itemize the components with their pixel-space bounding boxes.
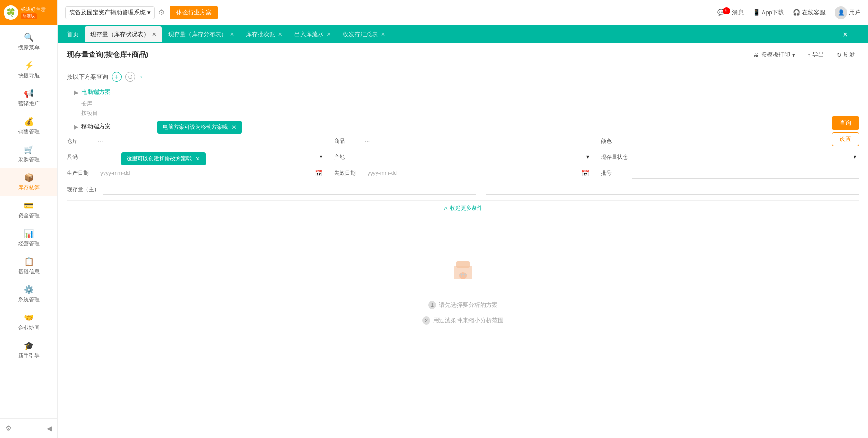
- sidebar-item-label: 营销推广: [18, 100, 40, 108]
- system-dropdown[interactable]: 装备及固定资产辅助管理系统 ▾: [65, 6, 155, 19]
- refresh-icon: ↻: [837, 52, 842, 58]
- sidebar-item-finance[interactable]: 💳 资金管理: [0, 196, 57, 224]
- close-tab-inventory-dist[interactable]: ✕: [230, 31, 234, 38]
- page-title: 现存量查询(按仓库+商品): [67, 50, 148, 60]
- svg-point-2: [459, 272, 467, 279]
- stock-amount-label: 现存量（主）: [67, 186, 99, 193]
- sidebar-item-marketing[interactable]: 📢 营销推广: [0, 84, 57, 112]
- origin-label: 产地: [334, 153, 361, 161]
- calendar-icon-2[interactable]: 📅: [581, 170, 589, 177]
- origin-select[interactable]: ▾: [365, 152, 592, 162]
- sub-label-2: 按项目: [67, 109, 859, 117]
- arrow-icon: ▶: [74, 89, 79, 96]
- sidebar-item-quick[interactable]: ⚡ 快捷导航: [0, 56, 57, 84]
- settings-icon[interactable]: ⚙: [158, 8, 165, 17]
- user-menu[interactable]: 👤 用户: [835, 6, 861, 19]
- quick-icon: ⚡: [24, 61, 34, 71]
- industry-btn[interactable]: 体验行业方案: [170, 6, 218, 19]
- maximize-btn[interactable]: ⛶: [854, 29, 864, 39]
- close-tab-batch-ledger[interactable]: ✕: [278, 31, 283, 38]
- collapse-bar[interactable]: ∧ 收起更多条件: [67, 200, 859, 216]
- filter-stock-amount-row: 现存量（主） —: [67, 184, 859, 200]
- template-print-btn[interactable]: 🖨 按模板打印 ▾: [750, 49, 799, 61]
- close-tab-inventory-status[interactable]: ✕: [152, 31, 156, 38]
- stock-amount-range: —: [103, 184, 859, 195]
- expire-date-input[interactable]: yyyy-mm-dd 📅: [365, 168, 592, 179]
- topbar: 装备及固定资产辅助管理系统 ▾ ⚙ 体验行业方案 💬 6 6 消息 📱 App下…: [58, 0, 868, 25]
- collapse-sidebar-button[interactable]: ◀: [45, 422, 54, 434]
- calendar-icon[interactable]: 📅: [315, 170, 322, 177]
- goods-more-btn[interactable]: ···: [365, 138, 370, 145]
- sidebar-item-operations[interactable]: 📊 经营管理: [0, 224, 57, 252]
- app-download-btn[interactable]: 📱 App下载: [753, 9, 784, 17]
- system-name: 装备及固定资产辅助管理系统: [69, 9, 146, 17]
- filter-area: 按以下方案查询 + ↺ ← 电脑方案可设为移动方案哦 ✕ ▶ 电脑端方案 这里: [58, 66, 868, 216]
- operations-icon: 📊: [24, 229, 34, 239]
- add-scheme-btn[interactable]: +: [112, 72, 122, 82]
- sidebar-item-label: 库存核算: [18, 184, 40, 192]
- sidebar-item-enterprise[interactable]: 🤝 企业协同: [0, 308, 57, 336]
- refresh-scheme-btn[interactable]: ↺: [125, 72, 135, 82]
- sidebar-item-inventory[interactable]: 📦 库存核算: [0, 168, 57, 196]
- step-2-num: 2: [422, 316, 430, 325]
- step-1-text: 请先选择要分析的方案: [439, 301, 498, 309]
- expire-date-label: 失效日期: [334, 170, 361, 177]
- message-badge: 6: [723, 7, 730, 14]
- stock-amount-min[interactable]: [103, 184, 476, 195]
- warehouse-label: 仓库: [67, 137, 94, 145]
- produce-date-label: 生产日期: [67, 170, 94, 177]
- sidebar-item-purchase[interactable]: 🛒 采购管理: [0, 140, 57, 168]
- tab-inventory-dist[interactable]: 现存量（库存分布表） ✕: [163, 26, 240, 42]
- scheme-label: 电脑端方案: [81, 88, 111, 96]
- tab-receive-summary[interactable]: 收发存汇总表 ✕: [337, 26, 391, 42]
- create-tooltip-close-btn[interactable]: ✕: [195, 155, 200, 162]
- export-btn[interactable]: ↑ 导出: [804, 49, 828, 61]
- batch-label: 批号: [601, 170, 628, 177]
- refresh-btn[interactable]: ↻ 刷新: [833, 49, 859, 61]
- produce-date-input[interactable]: yyyy-mm-dd 📅: [98, 168, 325, 179]
- range-separator: —: [478, 186, 484, 193]
- sidebar-item-guide[interactable]: 🎓 新手引导: [0, 336, 57, 364]
- sidebar-item-search[interactable]: 🔍 搜索菜单: [0, 28, 57, 56]
- settings-query-button[interactable]: 设置: [832, 132, 859, 146]
- close-all-tabs-btn[interactable]: ✕: [840, 29, 850, 40]
- sidebar-item-sales[interactable]: 💰 销售管理: [0, 112, 57, 140]
- stock-status-select[interactable]: ▾: [632, 152, 859, 162]
- tab-inventory-status[interactable]: 现存量（库存状况表） ✕: [85, 26, 162, 42]
- logo-text: 畅通好生意 标准版: [21, 6, 46, 19]
- guide-icon: 🎓: [24, 341, 34, 351]
- sidebar-item-label: 新手引导: [18, 352, 40, 360]
- chevron-down-icon: ▾: [792, 52, 795, 58]
- message-btn[interactable]: 💬 6 6 消息: [717, 9, 744, 17]
- sidebar-item-basic[interactable]: 📋 基础信息: [0, 252, 57, 280]
- sidebar: 🍀 畅通好生意 标准版 🔍 搜索菜单 ⚡ 快捷导航 📢 营销推广 💰 销售管理 …: [0, 0, 58, 438]
- phone-icon: 📱: [753, 9, 760, 16]
- query-button[interactable]: 查询: [832, 116, 859, 130]
- close-tab-receive-summary[interactable]: ✕: [381, 31, 385, 38]
- filter-expire-date: 失效日期 yyyy-mm-dd 📅: [334, 168, 592, 179]
- tooltip-text: 电脑方案可设为移动方案哦: [163, 123, 228, 131]
- scheme-tooltip: 电脑方案可设为移动方案哦 ✕: [157, 121, 242, 134]
- scheme-desktop[interactable]: ▶ 电脑端方案: [67, 86, 859, 98]
- tab-home[interactable]: 首页: [61, 28, 84, 41]
- scheme-arrow-btn[interactable]: ←: [139, 73, 146, 81]
- chevron-down-icon: ▾: [147, 9, 151, 16]
- tooltip-close-btn[interactable]: ✕: [231, 124, 236, 131]
- sidebar-item-label: 企业协同: [18, 324, 40, 332]
- header-actions: 🖨 按模板打印 ▾ ↑ 导出 ↻ 刷新: [750, 49, 859, 61]
- close-tab-in-out-flow[interactable]: ✕: [326, 31, 331, 38]
- sidebar-item-system[interactable]: ⚙️ 系统管理: [0, 280, 57, 308]
- online-support-btn[interactable]: 🎧 在线客服: [793, 9, 826, 17]
- warehouse-more-btn[interactable]: ···: [98, 138, 103, 145]
- stock-amount-max[interactable]: [486, 184, 859, 195]
- batch-input[interactable]: [632, 168, 859, 179]
- color-select[interactable]: ▾: [632, 136, 859, 146]
- step-2-text: 用过滤条件来缩小分析范围: [433, 316, 504, 325]
- chevron-up-icon: ∧: [443, 205, 449, 211]
- settings-button[interactable]: ⚙: [4, 422, 14, 434]
- filter-header: 按以下方案查询 + ↺ ← 电脑方案可设为移动方案哦 ✕: [67, 72, 859, 82]
- tab-in-out-flow[interactable]: 出入库流水 ✕: [289, 26, 336, 42]
- filter-color: 颜色 ▾: [601, 136, 859, 146]
- tab-batch-ledger[interactable]: 库存批次账 ✕: [241, 26, 288, 42]
- create-scheme-tooltip: 这里可以创建和修改方案哦 ✕: [121, 152, 206, 165]
